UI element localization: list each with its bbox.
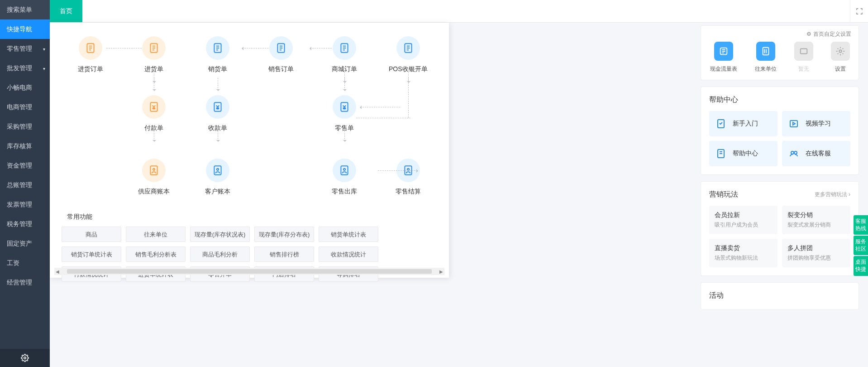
sidebar-item-0[interactable]: 快捷导航 bbox=[0, 19, 50, 39]
flow-label: 供应商账本 bbox=[138, 188, 170, 196]
marketing-item-2[interactable]: 直播卖货场景式购物新玩法 bbox=[709, 239, 777, 267]
sidebar-item-8[interactable]: 总账管理 bbox=[0, 175, 50, 195]
tab-home[interactable]: 首页 bbox=[50, 0, 82, 22]
sidebar-item-1[interactable]: 零售管理▾ bbox=[0, 39, 50, 58]
flow-node-r3-1[interactable]: 客户账本 bbox=[186, 159, 249, 204]
common-fn-2[interactable]: 现存量(库存状况表) bbox=[190, 227, 250, 242]
doc-corner-icon bbox=[275, 42, 287, 54]
mkt-desc: 场景式购物新玩法 bbox=[715, 254, 772, 262]
doc-out-icon bbox=[148, 42, 160, 54]
scroll-right-icon[interactable]: ▶ bbox=[438, 269, 444, 274]
sidebar: 搜索菜单 快捷导航零售管理▾批发管理▾小畅电商电商管理采购管理库存核算资金管理总… bbox=[0, 0, 50, 367]
quick-entry-0[interactable]: 现金流量表 bbox=[710, 42, 737, 73]
help-item-2[interactable]: 帮助中心 bbox=[709, 141, 777, 166]
topbar: 首页 bbox=[50, 0, 868, 23]
fullscreen-icon bbox=[856, 8, 863, 15]
common-fn-8[interactable]: 销售排行榜 bbox=[254, 246, 314, 262]
float-tab-1[interactable]: 服务社区 bbox=[854, 236, 868, 255]
svg-point-45 bbox=[217, 169, 219, 170]
sidebar-settings-gear[interactable] bbox=[0, 349, 50, 367]
fullscreen-button[interactable] bbox=[850, 0, 868, 22]
quick-entry-3[interactable]: 设置 bbox=[831, 42, 850, 73]
mkt-desc: 吸引用户成为会员 bbox=[715, 221, 772, 229]
flow-node-payment[interactable]: 付款单 bbox=[122, 95, 186, 150]
flow-label: 销货单 bbox=[208, 65, 227, 73]
flow-node-r3-0[interactable]: 供应商账本 bbox=[122, 159, 186, 204]
gear-icon bbox=[21, 354, 29, 362]
sidebar-item-3[interactable]: 小畅电商 bbox=[0, 78, 50, 97]
help-item-0[interactable]: 新手入门 bbox=[709, 111, 777, 136]
sidebar-item-7[interactable]: 资金管理 bbox=[0, 156, 50, 175]
flow-node-0[interactable]: 进货订单 bbox=[59, 36, 122, 86]
quick-entry-2[interactable]: 暂无 bbox=[794, 42, 813, 73]
flow-node-3[interactable]: 销售订单 bbox=[249, 36, 313, 86]
entry-label: 设置 bbox=[835, 65, 846, 73]
common-fn-5[interactable]: 销货订单统计表 bbox=[62, 246, 121, 262]
svg-rect-8 bbox=[790, 121, 797, 127]
sidebar-item-9[interactable]: 发票管理 bbox=[0, 195, 50, 214]
marketing-more-link[interactable]: 更多营销玩法 › bbox=[815, 191, 850, 198]
sidebar-item-5[interactable]: 采购管理 bbox=[0, 117, 50, 136]
help-icon-1 bbox=[788, 118, 799, 129]
mkt-title: 多人拼团 bbox=[787, 244, 845, 252]
common-fn-0[interactable]: 商品 bbox=[62, 227, 121, 242]
entry-icon-0 bbox=[719, 46, 729, 56]
flow-node-retail-order[interactable]: 零售单 bbox=[313, 95, 376, 150]
marketing-item-0[interactable]: 会员拉新吸引用户成为会员 bbox=[709, 206, 777, 234]
help-item-3[interactable]: 在线客服 bbox=[782, 141, 850, 166]
flow-node-r3-3[interactable]: 零售结算 bbox=[377, 159, 440, 204]
flow-spacer bbox=[249, 159, 313, 204]
common-fn-7[interactable]: 商品毛利分析 bbox=[190, 246, 250, 262]
svg-point-13 bbox=[791, 151, 794, 154]
home-custom-settings-label: 首页自定义设置 bbox=[813, 31, 851, 37]
common-fn-6[interactable]: 销售毛利分析表 bbox=[126, 246, 186, 262]
doc-yuan-icon bbox=[148, 101, 160, 113]
float-tabs: 客服热线服务社区桌面快捷 bbox=[854, 215, 868, 277]
home-custom-settings[interactable]: ⚙首页自定义设置 bbox=[806, 30, 851, 38]
doc-in-icon bbox=[85, 42, 96, 54]
common-fn-1[interactable]: 往来单位 bbox=[126, 227, 186, 242]
marketing-item-3[interactable]: 多人拼团拼团购物享受优惠 bbox=[782, 239, 850, 267]
entry-icon-2 bbox=[799, 46, 809, 56]
sidebar-item-10[interactable]: 税务管理 bbox=[0, 214, 50, 234]
sidebar-search[interactable]: 搜索菜单 bbox=[0, 0, 50, 19]
common-fn-3[interactable]: 现存量(库存分布表) bbox=[254, 227, 314, 242]
common-fn-9[interactable]: 收款情况统计 bbox=[319, 246, 378, 262]
svg-marker-9 bbox=[793, 122, 795, 125]
common-fn-4[interactable]: 销货单统计表 bbox=[319, 227, 378, 242]
help-center-card: 帮助中心 新手入门视频学习帮助中心在线客服 bbox=[701, 87, 859, 175]
help-item-1[interactable]: 视频学习 bbox=[782, 111, 850, 136]
help-icon-0 bbox=[715, 118, 726, 129]
mkt-title: 直播卖货 bbox=[715, 244, 772, 252]
sidebar-item-4[interactable]: 电商管理 bbox=[0, 97, 50, 117]
float-tab-0[interactable]: 客服热线 bbox=[854, 215, 868, 235]
quick-entry-1[interactable]: 往来单位 bbox=[755, 42, 777, 73]
activity-card: 活动 bbox=[701, 282, 859, 310]
marketing-item-1[interactable]: 裂变分销裂变式发展分销商 bbox=[782, 206, 850, 234]
scroll-left-icon[interactable]: ◀ bbox=[54, 269, 61, 274]
flow-label: 零售结算 bbox=[396, 188, 421, 196]
sidebar-item-6[interactable]: 库存核算 bbox=[0, 136, 50, 156]
flow-label: 零售出库 bbox=[332, 188, 357, 196]
sidebar-item-2[interactable]: 批发管理▾ bbox=[0, 58, 50, 78]
stock-out-icon bbox=[339, 164, 350, 176]
sidebar-item-11[interactable]: 固定资产 bbox=[0, 234, 50, 253]
svg-point-0 bbox=[24, 357, 26, 359]
help-label: 新手入门 bbox=[733, 120, 758, 128]
float-tab-2[interactable]: 桌面快捷 bbox=[854, 256, 868, 275]
mkt-title: 会员拉新 bbox=[715, 211, 772, 219]
entry-label: 暂无 bbox=[798, 65, 809, 73]
scroll-thumb[interactable] bbox=[67, 269, 432, 274]
flow-node-receipt[interactable]: 收款单 bbox=[186, 95, 249, 150]
sidebar-item-13[interactable]: 经营管理 bbox=[0, 273, 50, 292]
help-center-title: 帮助中心 bbox=[709, 95, 850, 105]
doc-list-icon bbox=[339, 42, 350, 54]
flow-node-r3-2[interactable]: 零售出库 bbox=[313, 159, 376, 204]
doc-list-icon bbox=[212, 42, 224, 54]
sidebar-item-12[interactable]: 工资 bbox=[0, 253, 50, 273]
flyout-hscrollbar[interactable]: ◀ ▶ bbox=[54, 268, 444, 275]
help-label: 在线客服 bbox=[806, 150, 831, 158]
activity-title: 活动 bbox=[709, 291, 850, 300]
quick-nav-flyout: 进货订单进货单销货单销售订单商城订单POS收银开单 付款单 收款单 零售单 bbox=[50, 23, 449, 278]
help-icon-2 bbox=[715, 148, 726, 159]
